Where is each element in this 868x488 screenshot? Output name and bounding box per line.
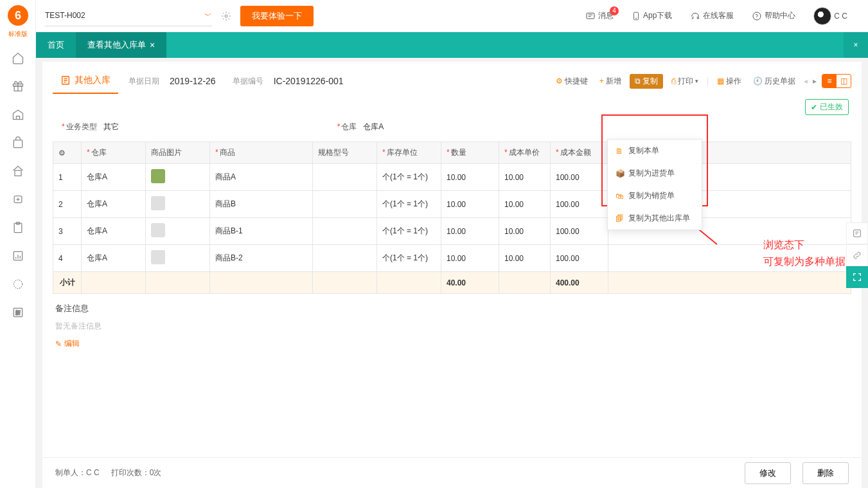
product-thumb <box>151 250 165 264</box>
footer-bar: 制单人：C C 打印次数：0次 修改 删除 <box>42 457 862 488</box>
svg-rect-13 <box>587 13 594 19</box>
tool-expand-icon[interactable] <box>846 266 868 288</box>
nav-cycle-icon[interactable] <box>10 276 26 292</box>
print-count-info: 打印次数：0次 <box>111 467 162 478</box>
edit-remarks-button[interactable]: ✎编辑 <box>55 338 849 349</box>
gear-icon: ⚙ <box>556 77 563 86</box>
card-view-button[interactable]: ◫ <box>837 75 851 87</box>
status-badge: ✔已生效 <box>805 99 849 115</box>
question-icon <box>752 11 762 21</box>
product-thumb <box>151 196 165 210</box>
nav-warehouse-icon[interactable] <box>10 107 26 122</box>
remarks-title: 备注信息 <box>55 303 849 314</box>
dropdown-copy-sales[interactable]: 🛍复制为销货单 <box>608 185 702 207</box>
biz-type-label: *业务类型 <box>62 122 97 132</box>
doc-no-label: 单据编号 <box>233 76 263 87</box>
history-icon: 🕘 <box>753 77 763 86</box>
modify-button[interactable]: 修改 <box>745 462 791 484</box>
gear-icon[interactable] <box>218 8 234 24</box>
biz-type-value: 其它 <box>103 122 119 132</box>
new-button[interactable]: +新增 <box>596 74 624 89</box>
svg-text:新: 新 <box>15 310 21 316</box>
copy-button[interactable]: ⧉复制 <box>630 74 663 89</box>
user-menu[interactable]: C C <box>813 7 847 25</box>
svg-text:6: 6 <box>14 9 21 22</box>
items-table: ⚙ *仓库 商品图片 *商品 规格型号 *库存单位 *数量 *成本单价 *成本金… <box>53 141 851 294</box>
svg-point-12 <box>225 15 227 17</box>
svg-point-9 <box>13 280 22 288</box>
list-view-button[interactable]: ≡ <box>822 75 837 87</box>
dropdown-copy-other-out[interactable]: 🗐复制为其他出库单 <box>608 207 702 230</box>
nav-bag-icon[interactable] <box>10 135 26 150</box>
svg-rect-5 <box>15 170 21 176</box>
table-row[interactable]: 4仓库A商品B-2个(1个 = 1个)10.0010.00100.00 <box>53 245 851 272</box>
nav-money-icon[interactable] <box>10 192 26 207</box>
table-row[interactable]: 1仓库A商品A个(1个 = 1个)10.0010.00100.00 <box>53 164 851 191</box>
print-button[interactable]: ⎙打印▾ <box>668 74 702 89</box>
tab-bar: 首页 查看其他入库单 × × <box>36 32 868 58</box>
subtotal-row: 小计40.00400.00 <box>53 272 851 294</box>
remarks-empty: 暂无备注信息 <box>55 321 849 332</box>
form-row: *业务类型 其它 *仓库 仓库A <box>42 115 862 141</box>
tool-note-icon[interactable] <box>846 222 868 244</box>
left-sidebar: 6 标准版 新 <box>0 0 36 488</box>
delete-button[interactable]: 删除 <box>802 462 849 484</box>
warehouse-value: 仓库A <box>363 122 384 132</box>
chevron-down-icon: ﹀ <box>204 10 212 21</box>
app-download-button[interactable]: App下载 <box>632 10 672 21</box>
tab-home[interactable]: 首页 <box>36 32 76 58</box>
doc-type-tab[interactable]: 其他入库 <box>53 68 118 94</box>
operate-button[interactable]: ▦操作 <box>714 74 745 89</box>
doc-no-value: IC-20191226-001 <box>274 76 344 86</box>
nav-building-icon[interactable] <box>10 163 26 179</box>
check-icon: ✔ <box>811 103 817 112</box>
chevron-down-icon: ▾ <box>695 78 698 84</box>
copy-icon: ⧉ <box>635 77 641 86</box>
creator-info: 制单人：C C <box>55 467 100 478</box>
history-button[interactable]: 🕘历史单据 <box>750 74 799 89</box>
avatar-icon <box>813 7 831 25</box>
grid-icon: ▦ <box>717 77 724 86</box>
doc-date-label: 单据日期 <box>128 76 159 87</box>
cart-icon: 🛍 <box>616 192 624 201</box>
dropdown-copy-purchase[interactable]: 📦复制为进货单 <box>608 162 702 185</box>
shortcut-button[interactable]: ⚙快捷键 <box>553 74 591 89</box>
prev-icon[interactable]: ◂ <box>804 77 808 86</box>
view-toggle: ≡ ◫ <box>822 74 851 88</box>
phone-icon <box>632 11 641 21</box>
nav-clipboard-icon[interactable] <box>10 220 26 235</box>
nav-home-icon[interactable] <box>10 50 26 66</box>
edit-icon: ✎ <box>55 339 62 348</box>
product-thumb <box>151 169 165 183</box>
message-icon <box>585 11 596 21</box>
doc-icon <box>60 75 71 86</box>
edition-label: 标准版 <box>8 30 28 39</box>
help-center-button[interactable]: 帮助中心 <box>752 10 795 21</box>
dropdown-copy-this[interactable]: 🗎复制本单 <box>608 140 702 162</box>
table-row[interactable]: 3仓库A商品B-1个(1个 = 1个)10.0010.00100.00 <box>53 218 851 245</box>
online-service-button[interactable]: 在线客服 <box>690 10 734 21</box>
trial-button[interactable]: 我要体验一下 <box>240 6 314 26</box>
table-row[interactable]: 2仓库A商品B个(1个 = 1个)10.0010.00100.00 <box>53 191 851 218</box>
row-settings-header[interactable]: ⚙ <box>53 142 82 164</box>
next-icon[interactable]: ▸ <box>813 77 817 86</box>
tabbar-close-button[interactable]: × <box>844 32 868 58</box>
org-selector[interactable]: TEST-H002 ﹀ <box>45 6 212 26</box>
box-icon: 📦 <box>616 169 624 178</box>
org-name: TEST-H002 <box>45 11 85 20</box>
nav-gift-icon[interactable] <box>10 78 26 94</box>
tab-view-other-in[interactable]: 查看其他入库单 × <box>76 32 166 58</box>
warehouse-label: *仓库 <box>337 122 357 132</box>
message-button[interactable]: 消息 4 <box>585 10 614 21</box>
print-icon: ⎙ <box>671 77 676 86</box>
table-header-row: ⚙ *仓库 商品图片 *商品 规格型号 *库存单位 *数量 *成本单价 *成本金… <box>53 142 851 164</box>
svg-point-15 <box>635 17 636 18</box>
nav-report-icon[interactable] <box>10 248 26 264</box>
tool-link-icon[interactable] <box>846 244 868 266</box>
close-icon[interactable]: × <box>150 40 155 50</box>
panel-header: 其他入库 单据日期 2019-12-26 单据编号 IC-20191226-00… <box>42 62 862 94</box>
svg-rect-19 <box>854 230 861 237</box>
logo-icon: 6 <box>6 4 30 27</box>
nav-new-icon[interactable]: 新 <box>10 305 26 320</box>
top-header: TEST-H002 ﹀ 我要体验一下 消息 4 App下载 在线客服 帮助中心 <box>36 0 868 32</box>
